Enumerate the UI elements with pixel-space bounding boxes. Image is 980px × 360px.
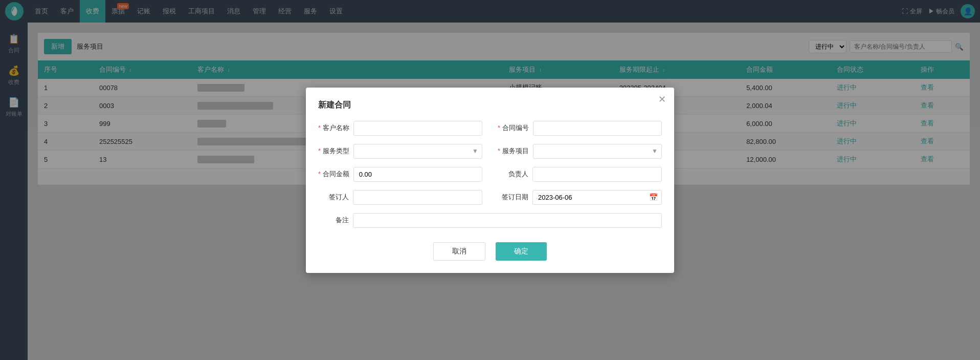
service-item-select-wrap: ▼ bbox=[533, 144, 662, 159]
calendar-icon: 📅 bbox=[649, 193, 658, 201]
responsible-input[interactable] bbox=[532, 167, 662, 182]
remark-input[interactable] bbox=[353, 213, 662, 228]
signer-label: 签订人 bbox=[318, 193, 349, 202]
sign-date-wrap: 📅 bbox=[532, 190, 662, 205]
new-contract-modal: ✕ 新建合同 客户名称 合同编号 服务类型 ▼ bbox=[306, 88, 674, 273]
modal-title: 新建合同 bbox=[318, 100, 662, 111]
modal-footer: 取消 确定 bbox=[318, 242, 662, 261]
service-item-select[interactable] bbox=[533, 144, 662, 159]
responsible-label: 负责人 bbox=[498, 170, 528, 179]
service-type-select[interactable] bbox=[353, 144, 482, 159]
remark-label: 备注 bbox=[318, 216, 349, 225]
contract-no-input[interactable] bbox=[533, 121, 662, 136]
signer-row: 签订人 bbox=[318, 190, 482, 205]
contract-no-label: 合同编号 bbox=[498, 123, 529, 133]
cancel-button[interactable]: 取消 bbox=[433, 242, 485, 261]
service-item-row: 服务项目 ▼ bbox=[498, 144, 662, 159]
confirm-button[interactable]: 确定 bbox=[496, 242, 547, 261]
sign-date-row: 签订日期 📅 bbox=[498, 190, 662, 205]
contract-amount-label: 合同金额 bbox=[318, 170, 349, 179]
contract-no-row: 合同编号 bbox=[498, 121, 662, 136]
modal-overlay: ✕ 新建合同 客户名称 合同编号 服务类型 ▼ bbox=[0, 0, 980, 360]
customer-name-label: 客户名称 bbox=[318, 123, 349, 133]
service-type-select-wrap: ▼ bbox=[353, 144, 482, 159]
sign-date-label: 签订日期 bbox=[498, 193, 528, 202]
service-item-label: 服务项目 bbox=[498, 146, 529, 156]
modal-form: 客户名称 合同编号 服务类型 ▼ 服务项目 bbox=[318, 121, 662, 228]
customer-name-row: 客户名称 bbox=[318, 121, 482, 136]
remark-row: 备注 bbox=[318, 213, 662, 228]
sign-date-input[interactable] bbox=[532, 190, 662, 205]
responsible-row: 负责人 bbox=[498, 167, 662, 182]
service-type-row: 服务类型 ▼ bbox=[318, 144, 482, 159]
contract-amount-input[interactable]: 0.00 bbox=[353, 167, 482, 182]
customer-name-input[interactable] bbox=[353, 121, 482, 136]
modal-close-button[interactable]: ✕ bbox=[658, 94, 666, 105]
contract-amount-row: 合同金额 0.00 bbox=[318, 167, 482, 182]
signer-input[interactable] bbox=[353, 190, 482, 205]
service-type-label: 服务类型 bbox=[318, 146, 349, 156]
